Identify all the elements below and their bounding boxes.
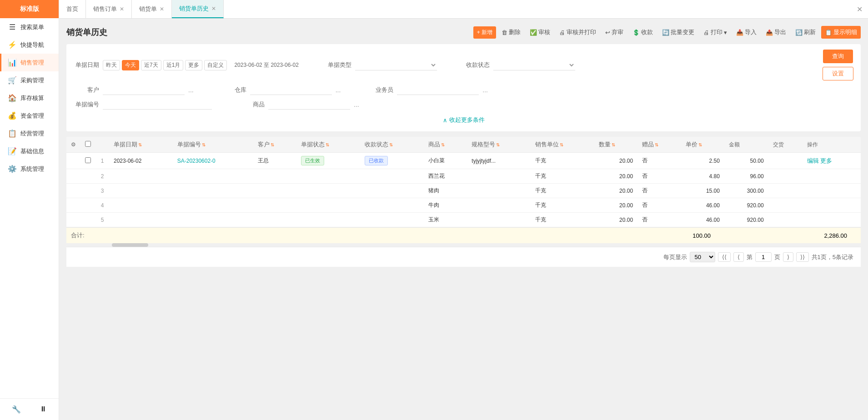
- warehouse-input[interactable]: [250, 85, 332, 95]
- first-page-button[interactable]: ⟨⟨: [718, 252, 731, 262]
- tab-sales-history-close[interactable]: ✕: [211, 5, 216, 12]
- pause-bottom-icon[interactable]: ⏸: [40, 405, 47, 414]
- cell-doc-no[interactable]: [173, 213, 253, 227]
- last-page-button[interactable]: ⟩⟩: [796, 252, 809, 262]
- cell-amount: 920.00: [724, 213, 768, 227]
- audit-print-button[interactable]: 🖨 审核并打印: [556, 26, 600, 39]
- tab-bar-close-btn[interactable]: ✕: [851, 5, 868, 14]
- warehouse-ellipsis[interactable]: ...: [336, 86, 341, 94]
- salesperson-input[interactable]: [397, 85, 479, 95]
- sidebar-item-finance[interactable]: 💰 资金管理: [0, 107, 59, 125]
- th-doc-no[interactable]: 单据编号 ⇅: [173, 137, 253, 153]
- goods-ellipsis[interactable]: ...: [354, 101, 359, 108]
- set-button[interactable]: 设置: [823, 67, 853, 80]
- cell-check[interactable]: [80, 198, 95, 213]
- th-check[interactable]: [80, 137, 95, 153]
- cell-collect-status: 已收款: [360, 153, 424, 169]
- th-customer[interactable]: 客户 ⇅: [253, 137, 296, 153]
- sidebar-item-sales-mgmt[interactable]: 📊 销售管理: [0, 54, 59, 71]
- select-all-checkbox[interactable]: [85, 141, 91, 147]
- sidebar: 标准版 ☰ 搜索菜单 ⚡ 快捷导航 📊 销售管理 🛒 采购管理 🏠 库存核算 💰…: [0, 0, 59, 420]
- table-row: 2 西兰花 千克 20.00 否 4.80 96.00: [66, 169, 861, 184]
- refresh-button[interactable]: 🔃 刷新: [792, 26, 819, 39]
- cell-doc-status: [296, 169, 360, 184]
- customer-input[interactable]: [103, 85, 185, 95]
- th-qty[interactable]: 数量 ⇅: [594, 137, 637, 153]
- date-btn-1month[interactable]: 近1月: [163, 60, 184, 70]
- cell-doc-no[interactable]: SA-20230602-0: [173, 153, 253, 169]
- doc-no-input[interactable]: [103, 100, 212, 110]
- th-doc-status[interactable]: 单据状态 ⇅: [296, 137, 360, 153]
- row-action-更多[interactable]: 更多: [820, 157, 832, 165]
- horizontal-scrollbar[interactable]: [66, 243, 861, 247]
- page-unit-label: 页: [774, 253, 780, 261]
- cell-check[interactable]: [80, 213, 95, 227]
- cell-num: 2: [95, 169, 109, 184]
- collapse-button[interactable]: ∧ 收起更多条件: [441, 114, 487, 126]
- sidebar-item-system-mgmt[interactable]: ⚙️ 系统管理: [0, 160, 59, 178]
- collect-button[interactable]: 💲 收款: [629, 26, 657, 39]
- cell-doc-no[interactable]: [173, 169, 253, 184]
- batch-change-button[interactable]: 🔄 批量变更: [658, 26, 698, 39]
- cell-doc-no[interactable]: [173, 198, 253, 213]
- th-goods[interactable]: 商品 ⇅: [424, 137, 467, 153]
- doc-type-select[interactable]: [355, 60, 437, 70]
- prev-page-button[interactable]: ⟨: [733, 252, 744, 262]
- new-button[interactable]: + 新增: [473, 26, 496, 39]
- page-number-input[interactable]: 1: [755, 252, 772, 262]
- scrollbar-thumb[interactable]: [112, 243, 148, 247]
- sidebar-item-purchase-mgmt[interactable]: 🛒 采购管理: [0, 71, 59, 89]
- audit-button[interactable]: ✅ 审核: [526, 26, 554, 39]
- collect-status-select[interactable]: [493, 60, 575, 70]
- row-checkbox[interactable]: [85, 157, 91, 163]
- abandon-button[interactable]: ↩ 弃审: [602, 26, 627, 39]
- customer-ellipsis[interactable]: ...: [188, 86, 194, 94]
- date-btn-today[interactable]: 今天: [122, 60, 139, 70]
- tab-sales-goods[interactable]: 销货单 ✕: [132, 0, 172, 18]
- show-detail-button[interactable]: 📋 显示明细: [821, 26, 861, 39]
- th-gift[interactable]: 赠品 ⇅: [637, 137, 681, 153]
- settings-bottom-icon[interactable]: 🔧: [12, 405, 21, 414]
- tab-sales-history[interactable]: 销货单历史 ✕: [172, 0, 224, 18]
- row-action-编辑[interactable]: 编辑: [807, 157, 819, 165]
- th-spec[interactable]: 规格型号 ⇅: [467, 137, 531, 153]
- th-settings[interactable]: ⚙: [66, 137, 80, 153]
- cell-doc-no[interactable]: [173, 184, 253, 198]
- th-unit[interactable]: 销售单位 ⇅: [531, 137, 594, 153]
- date-btn-7days[interactable]: 近7天: [141, 60, 161, 70]
- tab-sales-order-close[interactable]: ✕: [120, 6, 124, 12]
- date-btn-yesterday[interactable]: 昨天: [103, 60, 120, 70]
- import-button[interactable]: 📥 导入: [733, 26, 760, 39]
- date-btn-more[interactable]: 更多: [185, 60, 202, 70]
- cell-date: [109, 184, 173, 198]
- filter-row-3: 单据编号 商品 ...: [74, 100, 853, 110]
- sidebar-item-basic-info[interactable]: 📝 基础信息: [0, 142, 59, 160]
- sidebar-item-inventory[interactable]: 🏠 库存核算: [0, 89, 59, 107]
- filter-doc-no: 单据编号: [74, 100, 212, 110]
- date-btn-custom[interactable]: 自定义: [204, 60, 227, 70]
- query-button[interactable]: 查询: [823, 50, 853, 63]
- cell-amount: 920.00: [724, 198, 768, 213]
- cell-check[interactable]: [80, 153, 95, 169]
- page-size-select[interactable]: 50 20 100: [690, 252, 715, 262]
- next-page-button[interactable]: ⟩: [783, 252, 793, 262]
- th-price[interactable]: 单价 ⇅: [681, 137, 724, 153]
- delete-button[interactable]: 🗑 删除: [498, 26, 524, 39]
- sidebar-item-search-menu[interactable]: ☰ 搜索菜单: [0, 18, 59, 36]
- goods-input[interactable]: [268, 100, 350, 110]
- th-collect-status[interactable]: 收款状态 ⇅: [360, 137, 424, 153]
- unit-sort-icon: ⇅: [560, 142, 563, 147]
- tab-sales-goods-close[interactable]: ✕: [160, 6, 164, 12]
- tab-sales-order[interactable]: 销售订单 ✕: [86, 0, 132, 18]
- th-date[interactable]: 单据日期 ⇅: [109, 137, 173, 153]
- cell-qty: 20.00: [594, 184, 637, 198]
- cell-check[interactable]: [80, 169, 95, 184]
- tab-home[interactable]: 首页: [59, 0, 86, 18]
- sidebar-item-quick-nav[interactable]: ⚡ 快捷导航: [0, 36, 59, 54]
- salesperson-ellipsis[interactable]: ...: [482, 86, 488, 94]
- cell-check[interactable]: [80, 184, 95, 198]
- cell-qty: 20.00: [594, 169, 637, 184]
- export-button[interactable]: 📤 导出: [762, 26, 790, 39]
- sidebar-item-operations[interactable]: 📋 经营管理: [0, 125, 59, 142]
- print-button[interactable]: 🖨 打印 ▾: [700, 26, 731, 39]
